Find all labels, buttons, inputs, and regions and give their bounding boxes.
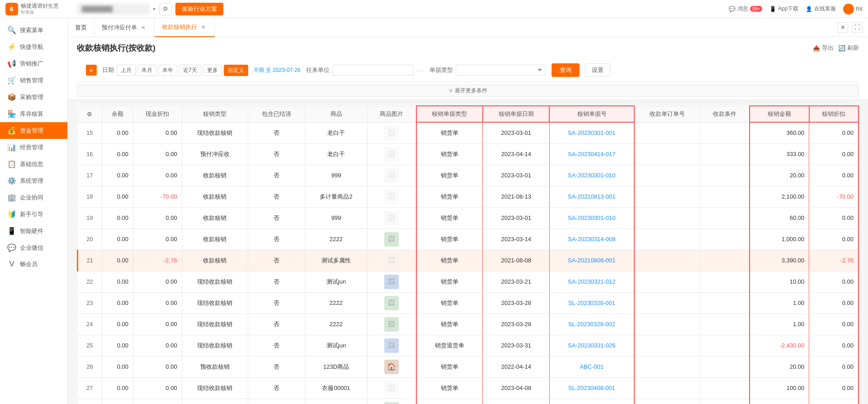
col-receipt-cond-header: 收款条件 (700, 106, 749, 122)
table-row: 190.000.00收款核销否999🖼销货单2023-03-01SA-20230… (78, 207, 859, 228)
row-cancel-no[interactable]: SA-20230321-012 (549, 271, 634, 292)
row-cancel-date: 2021-08-13 (483, 186, 549, 207)
row-balance: 0.00 (102, 207, 133, 228)
row-cancel-no[interactable]: SA-20230314-008 (549, 228, 634, 250)
tab-receive[interactable]: 收款核销执行 ✕ (155, 18, 215, 37)
row-receipt-cond (700, 250, 749, 271)
filter-expand-btn[interactable]: » (86, 65, 97, 76)
sidebar-item-search[interactable]: 🔍 搜索菜单 (0, 22, 67, 38)
row-cancel-amount: 100.00 (750, 399, 809, 404)
col-goods-header: 商品 (305, 106, 367, 122)
row-cancel-no[interactable]: SL-20230418-001 (549, 399, 634, 404)
row-receipt-no (634, 271, 701, 292)
page-actions: 📤 导出 🔄 刷新 (813, 44, 859, 52)
sidebar-item-quick-nav[interactable]: ⚡ 快捷导航 (0, 38, 67, 55)
guide-icon: 🔰 (7, 210, 16, 219)
industry-btn[interactable]: 体验行业方案 (175, 3, 223, 15)
sidebar-item-marketing[interactable]: 📢 营销推广 (0, 55, 67, 72)
row-seq: 20 (78, 228, 102, 250)
partner-input[interactable] (332, 65, 414, 76)
partner-label: 往来单位 (306, 66, 330, 74)
sidebar-item-hardware[interactable]: 📱 智能硬件 (0, 223, 67, 239)
this-month-btn[interactable]: 本月 (137, 65, 156, 76)
col-cancel-no-header: 核销单据号 (549, 106, 634, 122)
row-cancel-amount: 20.00 (750, 165, 809, 186)
last-7days-btn[interactable]: 近7天 (179, 65, 201, 76)
row-cancel-no[interactable]: SL-20230328-002 (549, 314, 634, 335)
expand-conditions-btn[interactable]: ∨ 展开更多条件 (77, 85, 859, 97)
sidebar-item-guide[interactable]: 🔰 新手引导 (0, 206, 67, 223)
row-cash-discount: 0.00 (133, 314, 182, 335)
settings-btn[interactable]: 设置 (585, 63, 610, 77)
sidebar-item-base-info[interactable]: 📋 基础信息 (0, 156, 67, 172)
main-area: 首页 预付冲应付单 ✕ 收款核销执行 ✕ ✕ ⛶ 收款核销执行(按收款) (68, 18, 868, 404)
doctype-select[interactable] (456, 65, 546, 76)
row-cancel-no[interactable]: SA-20230331-026 (549, 335, 634, 356)
company-selector[interactable]: ████████ (77, 4, 149, 14)
row-goods-img: 🖼 (367, 165, 416, 186)
company-dropdown-arrow[interactable]: ▾ (153, 6, 156, 12)
row-seq: 15 (78, 122, 102, 143)
row-cancel-date: 2023-03-31 (483, 335, 549, 356)
sidebar-item-wechat[interactable]: 💬 企业微信 (0, 239, 67, 256)
sidebar-item-operations[interactable]: 📊 经营管理 (0, 139, 67, 156)
row-cancel-no[interactable]: ABC-001 (549, 356, 634, 377)
row-settled: 否 (248, 399, 305, 404)
sidebar-item-purchase[interactable]: 📦 采购管理 (0, 89, 67, 105)
app-download-btn[interactable]: 📱 App下载 (769, 5, 798, 13)
row-cash-discount: 0.00 (133, 228, 182, 250)
sidebar-item-system[interactable]: ⚙️ 系统管理 (0, 172, 67, 189)
last-month-btn[interactable]: 上月 (117, 65, 136, 76)
tab-home[interactable]: 首页 (68, 18, 94, 37)
row-cancel-type: 销货单 (416, 399, 483, 404)
row-cancel-no[interactable]: SL-20230328-001 (549, 292, 634, 314)
row-type: 现结收款核销 (182, 122, 248, 143)
sidebar-item-finance[interactable]: 💰 资金管理 (0, 122, 67, 139)
row-cancel-type: 销货单 (416, 122, 483, 143)
row-goods-img: 🖼 (367, 314, 416, 335)
row-goods: 老白干 (305, 122, 367, 143)
tab-receive-close[interactable]: ✕ (200, 24, 207, 31)
sidebar-item-sales[interactable]: 🛒 销售管理 (0, 72, 67, 89)
sidebar-item-member[interactable]: V 畅会员 (0, 256, 67, 272)
page-header: 收款核销执行(按收款) 📤 导出 🔄 刷新 » (68, 37, 868, 100)
row-settled: 否 (248, 335, 305, 356)
sidebar-item-corp[interactable]: 🏢 企业协同 (0, 189, 67, 206)
query-btn[interactable]: 查询 (552, 63, 580, 77)
table-row: 260.000.00预收款核销否123D商品🏠销货单2022-04-14ABC-… (78, 356, 859, 377)
tab-close-btn[interactable]: ✕ (837, 22, 848, 33)
row-cancel-no[interactable]: SA-20230301-010 (549, 207, 634, 228)
partner-dots[interactable]: ··· (416, 67, 424, 74)
row-cancel-no[interactable]: SL-20230408-001 (549, 377, 634, 399)
this-year-btn[interactable]: 本年 (158, 65, 177, 76)
settings-icon[interactable]: ⚙ (159, 3, 172, 15)
row-cancel-no[interactable]: SA-20230301-001 (549, 122, 634, 143)
sidebar-item-inventory[interactable]: 🏪 库存核算 (0, 105, 67, 122)
row-balance: 0.00 (102, 335, 133, 356)
row-cancel-type: 销货单 (416, 207, 483, 228)
col-gear-header[interactable]: ⚙ (78, 106, 102, 122)
user-area[interactable]: Rit (843, 4, 863, 14)
row-cancel-no[interactable]: SA-20210808-001 (549, 250, 634, 271)
row-receipt-cond (700, 122, 749, 143)
more-date-btn[interactable]: 更多 (203, 65, 222, 76)
tab-prepay[interactable]: 预付冲应付单 ✕ (94, 18, 155, 37)
row-receipt-cond (700, 314, 749, 335)
custom-date-btn[interactable]: 自定义 (224, 65, 248, 76)
message-btn[interactable]: 💬 消息 99+ (729, 5, 762, 13)
tab-expand-btn[interactable]: ⛶ (852, 22, 863, 33)
top-bar-center: ████████ ▾ ⚙ 体验行业方案 (77, 3, 725, 15)
row-cancel-no[interactable]: SA-20230414-017 (549, 143, 634, 165)
row-settled: 否 (248, 292, 305, 314)
row-receipt-cond (700, 143, 749, 165)
export-btn[interactable]: 📤 导出 (813, 44, 834, 52)
row-goods-img: 🖼 (367, 271, 416, 292)
row-receipt-no (634, 143, 701, 165)
row-cancel-no[interactable]: SA-20230301-010 (549, 165, 634, 186)
online-service-btn[interactable]: 👤 在线客服 (806, 5, 836, 13)
row-cancel-no[interactable]: SA-20210813-001 (549, 186, 634, 207)
tab-prepay-close[interactable]: ✕ (140, 24, 147, 31)
refresh-btn[interactable]: 🔄 刷新 (838, 44, 859, 52)
row-cancel-amount: -2,430.00 (750, 335, 809, 356)
row-goods-img: 🖼 (367, 377, 416, 399)
